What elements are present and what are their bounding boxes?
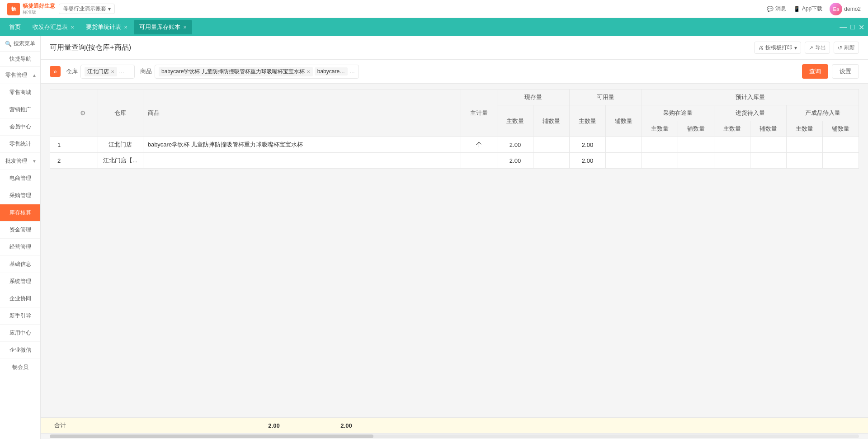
tab-receivable[interactable]: 收发存汇总表 ✕: [27, 20, 80, 34]
message-icon: 💬: [767, 6, 774, 12]
th-unit: 主计量: [461, 90, 497, 137]
table-footer: 合计 2.00 2.00: [41, 417, 868, 434]
window-maximize-button[interactable]: □: [850, 23, 855, 31]
footer-label: 合计: [50, 421, 66, 430]
warehouse-tag-value: 江北门店: [87, 68, 109, 76]
sidebar-item-app-center[interactable]: 应用中心: [0, 325, 40, 342]
cell-settings: [68, 153, 98, 169]
sidebar-item-enterprise[interactable]: 企业协同: [0, 290, 40, 307]
message-button[interactable]: 💬 消息: [767, 5, 786, 13]
th-settings: ⚙: [68, 90, 98, 137]
app-download-label: App下载: [802, 5, 822, 13]
sidebar-item-inventory[interactable]: 库存核算: [0, 204, 40, 222]
sidebar-item-member-label: 会员中心: [9, 123, 31, 131]
th-available-main: 主数量: [570, 105, 606, 137]
cell-available-aux: [606, 153, 642, 169]
sidebar-item-newbie[interactable]: 新手引导: [0, 307, 40, 325]
scrollbar-thumb[interactable]: [50, 434, 373, 438]
setting-button[interactable]: 设置: [832, 64, 859, 79]
sidebar-item-wecom[interactable]: 企业微信: [0, 342, 40, 359]
template-print-button[interactable]: 🖨 按模板打印 ▾: [754, 42, 801, 54]
sidebar-item-member[interactable]: 会员中心: [0, 118, 40, 136]
window-close-button[interactable]: ✕: [859, 23, 864, 32]
th-current-stock: 现存量: [497, 90, 570, 105]
sidebar-item-system[interactable]: 系统管理: [0, 273, 40, 290]
product-filter-more[interactable]: …: [349, 68, 355, 75]
sidebar-item-wholesale-mgmt[interactable]: 批发管理 ▼: [0, 153, 40, 170]
tab-available-stock-close[interactable]: ✕: [183, 25, 187, 30]
product-filter-input[interactable]: babycare学饮杯 儿童防摔防撞吸管杯重力球吸嘴杯宝宝水杯 ✕ babyca…: [155, 65, 359, 79]
cell-index: 2: [50, 153, 68, 169]
warehouse-filter-input[interactable]: 江北门店 ✕ …: [80, 65, 135, 79]
sidebar-item-finance[interactable]: 资金管理: [0, 222, 40, 239]
sidebar-item-newbie-label: 新手引导: [9, 312, 31, 320]
data-table: ⚙ 仓库 商品 主计量 现存量 可用量 预计入库量 主数量 辅数量 主数量 辅数…: [50, 89, 859, 169]
footer-current-main: 2.00: [256, 422, 292, 429]
cell-unit: [461, 153, 497, 169]
sidebar-item-ecommerce-label: 电商管理: [9, 175, 31, 182]
tab-receivable-label: 收发存汇总表: [33, 23, 68, 31]
th-current-main: 主数量: [497, 105, 533, 137]
product-filter-label: 商品: [140, 67, 152, 76]
sidebar-item-purchase[interactable]: 采购管理: [0, 187, 40, 204]
tab-order-stats-close[interactable]: ✕: [124, 25, 127, 30]
cell-finished-main: [787, 137, 823, 153]
sidebar-item-ecommerce[interactable]: 电商管理: [0, 170, 40, 187]
tab-home[interactable]: 首页: [4, 20, 26, 34]
sidebar-item-marketing[interactable]: 营销推广: [0, 101, 40, 118]
filter-actions: 查询 设置: [802, 64, 859, 79]
sidebar-item-member2[interactable]: 畅会员: [0, 359, 40, 376]
table-row: 1江北门店babycare学饮杯 儿童防摔防撞吸管杯重力球吸嘴杯宝宝水杯个2.0…: [50, 137, 859, 153]
sidebar-search[interactable]: 🔍 搜索菜单: [0, 36, 40, 52]
product-tag-2-value: babycare…: [317, 68, 345, 75]
header-actions: 🖨 按模板打印 ▾ ↗ 导出 ↺ 刷新: [754, 42, 859, 54]
sidebar: 🔍 搜索菜单 快捷导航 零售管理 ▲ 零售商城 营销推广 会员中心 零售统计 批…: [0, 36, 41, 439]
tab-order-stats[interactable]: 要货单统计表 ✕: [80, 20, 133, 34]
export-button[interactable]: ↗ 导出: [805, 42, 830, 54]
sidebar-item-ops-label: 经营管理: [9, 243, 31, 251]
user-profile[interactable]: Ea demo2: [830, 3, 861, 15]
cell-current-aux: [533, 137, 570, 153]
cell-purchase-aux: [678, 137, 714, 153]
industry-selector[interactable]: 母婴行业演示账套 ▾: [59, 4, 115, 14]
cell-finished-aux: [823, 137, 859, 153]
sidebar-item-retail-mgmt[interactable]: 零售管理 ▲: [0, 67, 40, 84]
th-purchase-aux: 辅数量: [678, 121, 714, 137]
sidebar-item-retail-mall[interactable]: 零售商城: [0, 84, 40, 101]
window-minimize-button[interactable]: —: [840, 23, 847, 31]
tab-receivable-close[interactable]: ✕: [71, 25, 74, 30]
cell-current-main: 2.00: [497, 137, 533, 153]
warehouse-tag-close[interactable]: ✕: [111, 69, 114, 74]
filter-bar: » 仓库 江北门店 ✕ … 商品 babycare学饮杯 儿童防摔防撞吸管杯重力…: [41, 60, 868, 84]
cell-purchase-main: [642, 137, 678, 153]
brand-logo: 畅 畅捷通好生意 标准版: [7, 3, 55, 15]
cell-unit: 个: [461, 137, 497, 153]
sidebar-item-ops[interactable]: 经营管理: [0, 239, 40, 256]
product-tag-1-close[interactable]: ✕: [307, 69, 310, 74]
refresh-button[interactable]: ↺ 刷新: [834, 42, 859, 54]
app-download-button[interactable]: 📱 App下载: [793, 5, 822, 13]
filter-toggle-button[interactable]: »: [50, 66, 61, 77]
th-warehouse: 仓库: [98, 90, 143, 137]
nav-tabs: 首页 收发存汇总表 ✕ 要货单统计表 ✕ 可用量库存账本 ✕ — □ ✕: [0, 18, 868, 36]
sidebar-item-retail-stats[interactable]: 零售统计: [0, 136, 40, 153]
query-button[interactable]: 查询: [802, 64, 828, 79]
cell-current-main: 2.00: [497, 153, 533, 169]
cell-available-main: 2.00: [570, 153, 606, 169]
scrollbar-track: [50, 434, 859, 438]
column-settings-icon[interactable]: ⚙: [80, 109, 86, 117]
template-print-label: 按模板打印: [765, 44, 793, 52]
th-available: 可用量: [570, 90, 642, 105]
sidebar-item-finance-label: 资金管理: [9, 226, 31, 234]
refresh-label: 刷新: [844, 44, 855, 52]
nav-right-actions: — □ ✕: [840, 23, 864, 32]
cell-current-aux: [533, 153, 570, 169]
sidebar-item-basic-info[interactable]: 基础信息: [0, 256, 40, 273]
content-area: 可用量查询(按仓库+商品) 🖨 按模板打印 ▾ ↗ 导出 ↺ 刷新: [41, 36, 868, 439]
sidebar-quick-nav[interactable]: 快捷导航: [0, 52, 40, 67]
warehouse-filter-label: 仓库: [66, 67, 78, 76]
warehouse-filter-more[interactable]: …: [119, 68, 124, 75]
sidebar-item-purchase-label: 采购管理: [9, 192, 31, 199]
tab-available-stock[interactable]: 可用量库存账本 ✕: [134, 20, 192, 34]
cell-purchase-aux: [678, 153, 714, 169]
